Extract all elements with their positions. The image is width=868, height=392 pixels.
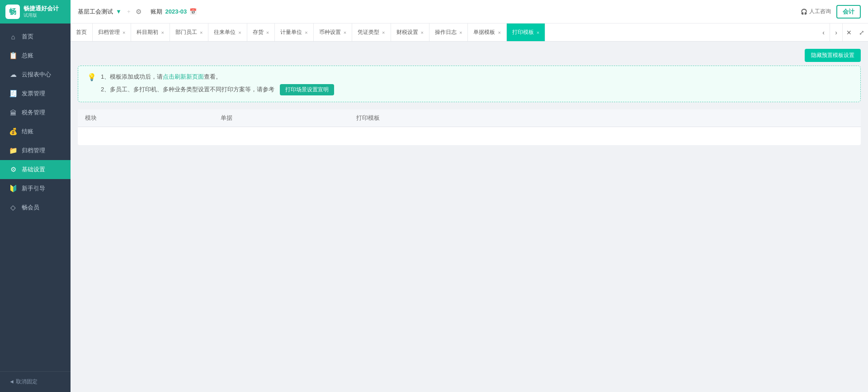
tab-label-receipt-template: 单据模板 bbox=[473, 28, 495, 36]
tab-label-tax-settings: 财税设置 bbox=[396, 28, 418, 36]
logo-title: 畅捷通好会计 bbox=[24, 5, 59, 12]
nav-label-ledger: 总账 bbox=[22, 52, 33, 60]
tab-measure[interactable]: 计量单位× bbox=[275, 24, 313, 41]
main-area: 基层工会测试 ▼ + ⚙ 账期 2023-03 📅 🎧 人工咨询 会计 首页归档… bbox=[71, 0, 868, 392]
tab-dept-employee[interactable]: 部门员工× bbox=[170, 24, 208, 41]
tab-close-archive-mgmt[interactable]: × bbox=[123, 30, 125, 35]
nav-label-archive: 归档管理 bbox=[22, 146, 45, 155]
tab-close-currency[interactable]: × bbox=[344, 30, 346, 35]
tab-label-archive-mgmt: 归档管理 bbox=[98, 28, 120, 36]
topbar-period: 账期 2023-03 📅 bbox=[151, 8, 197, 16]
notice-line2-prefix: 2、多员工、多打印机、多种业务类型设置不同打印方案等，请参考 bbox=[101, 86, 274, 93]
kuaiji-button[interactable]: 会计 bbox=[836, 5, 861, 19]
tab-close-supplier[interactable]: × bbox=[238, 30, 241, 35]
sidebar-item-member[interactable]: ◇畅会员 bbox=[0, 198, 71, 217]
notice-box: 💡 1、模板添加成功后，请点击刷新新页面查看。 2、多员工、多打印机、多种业务类… bbox=[78, 66, 861, 102]
service-button[interactable]: 🎧 人工咨询 bbox=[801, 8, 831, 15]
sidebar-item-settings[interactable]: ⚙基础设置 bbox=[0, 160, 71, 179]
nav-label-guide: 新手引导 bbox=[22, 184, 45, 193]
sidebar-item-archive[interactable]: 📁归档管理 bbox=[0, 141, 71, 160]
unpin-sidebar-button[interactable]: ◄ 取消固定 bbox=[0, 371, 71, 392]
nav-icon-settings: ⚙ bbox=[9, 165, 17, 174]
tab-next-button[interactable]: › bbox=[830, 24, 843, 41]
tab-label-currency: 币种设置 bbox=[319, 28, 341, 36]
tab-tax-settings[interactable]: 财税设置× bbox=[391, 24, 429, 41]
period-label: 账期 bbox=[151, 8, 162, 16]
nav-icon-guide: 🔰 bbox=[9, 184, 17, 193]
tab-close-print-template[interactable]: × bbox=[537, 30, 539, 35]
col-print-template: 打印模板 bbox=[349, 109, 861, 127]
tab-label-measure: 计量单位 bbox=[280, 28, 302, 36]
nav-label-tax: 税务管理 bbox=[22, 109, 45, 117]
tab-close-dept-employee[interactable]: × bbox=[200, 30, 203, 35]
tab-home[interactable]: 首页 bbox=[71, 24, 93, 41]
logo-subtitle: 试用版 bbox=[24, 12, 59, 19]
notice-row: 💡 1、模板添加成功后，请点击刷新新页面查看。 2、多员工、多打印机、多种业务类… bbox=[87, 72, 851, 95]
tab-close-subject-period[interactable]: × bbox=[161, 30, 164, 35]
tab-close-measure[interactable]: × bbox=[305, 30, 307, 35]
sidebar-item-tax[interactable]: 🏛税务管理 bbox=[0, 103, 71, 122]
tab-print-template[interactable]: 打印模板× bbox=[507, 24, 545, 41]
logo-text: 畅捷通好会计 试用版 bbox=[24, 5, 59, 19]
sidebar-nav: ⌂首页📋总账☁云报表中心🧾发票管理🏛税务管理💰结账📁归档管理⚙基础设置🔰新手引导… bbox=[0, 24, 71, 371]
company-name[interactable]: 基层工会测试 ▼ bbox=[78, 8, 122, 16]
tab-label-home: 首页 bbox=[76, 28, 87, 36]
topbar-right: 🎧 人工咨询 会计 bbox=[801, 5, 861, 19]
tab-operation-log[interactable]: 操作日志× bbox=[429, 24, 468, 41]
topbar-divider-1: + bbox=[127, 8, 131, 15]
tab-close-receipt-template[interactable]: × bbox=[498, 30, 500, 35]
nav-icon-ledger: 📋 bbox=[9, 52, 17, 60]
sidebar-item-invoice[interactable]: 🧾发票管理 bbox=[0, 84, 71, 103]
tab-label-dept-employee: 部门员工 bbox=[175, 28, 197, 36]
tab-close-operation-log[interactable]: × bbox=[459, 30, 462, 35]
nav-icon-invoice: 🧾 bbox=[9, 90, 17, 98]
tab-archive-mgmt[interactable]: 归档管理× bbox=[93, 24, 131, 41]
topbar: 基层工会测试 ▼ + ⚙ 账期 2023-03 📅 🎧 人工咨询 会计 bbox=[71, 0, 868, 24]
bulb-icon: 💡 bbox=[87, 73, 96, 81]
tab-close-voucher-type[interactable]: × bbox=[382, 30, 385, 35]
tab-expand-button[interactable]: ⤢ bbox=[855, 24, 868, 41]
period-value: 2023-03 bbox=[165, 8, 187, 15]
sidebar-item-reports[interactable]: ☁云报表中心 bbox=[0, 65, 71, 84]
notice-line1-prefix: 1、模板添加成功后，请 bbox=[101, 73, 163, 80]
notice-line1-suffix: 查看。 bbox=[204, 73, 222, 80]
logo-icon: 畅 bbox=[5, 5, 20, 19]
main-content: 隐藏预置模板设置 💡 1、模板添加成功后，请点击刷新新页面查看。 2、多员工、多… bbox=[71, 42, 868, 392]
nav-icon-home: ⌂ bbox=[9, 33, 17, 41]
nav-icon-tax: 🏛 bbox=[9, 109, 17, 117]
tab-inventory[interactable]: 存货× bbox=[247, 24, 275, 41]
tab-receipt-template[interactable]: 单据模板× bbox=[468, 24, 506, 41]
calendar-icon[interactable]: 📅 bbox=[189, 8, 197, 15]
print-scene-button[interactable]: 打印场景设置宣明 bbox=[280, 84, 334, 95]
nav-label-home: 首页 bbox=[22, 33, 33, 41]
headset-icon: 🎧 bbox=[801, 9, 807, 15]
sidebar-item-home[interactable]: ⌂首页 bbox=[0, 27, 71, 46]
tab-close-tax-settings[interactable]: × bbox=[421, 30, 424, 35]
tab-supplier[interactable]: 往来单位× bbox=[208, 24, 247, 41]
sidebar-logo: 畅 畅捷通好会计 试用版 bbox=[0, 0, 71, 24]
nav-icon-reports: ☁ bbox=[9, 71, 17, 79]
notice-lines: 1、模板添加成功后，请点击刷新新页面查看。 2、多员工、多打印机、多种业务类型设… bbox=[101, 72, 334, 95]
tab-close-inventory[interactable]: × bbox=[266, 30, 269, 35]
tab-label-inventory: 存货 bbox=[253, 28, 264, 36]
tab-subject-period[interactable]: 科目期初× bbox=[131, 24, 170, 41]
tab-voucher-type[interactable]: 凭证类型× bbox=[352, 24, 391, 41]
tab-currency[interactable]: 币种设置× bbox=[314, 24, 352, 41]
sidebar-item-settle[interactable]: 💰结账 bbox=[0, 122, 71, 141]
hide-preview-button[interactable]: 隐藏预置模板设置 bbox=[805, 49, 861, 62]
action-top-bar: 隐藏预置模板设置 bbox=[78, 49, 861, 62]
company-dropdown-icon[interactable]: ▼ bbox=[116, 8, 122, 15]
sidebar-item-guide[interactable]: 🔰新手引导 bbox=[0, 179, 71, 198]
tabbar: 首页归档管理×科目期初×部门员工×往来单位×存货×计量单位×币种设置×凭证类型×… bbox=[71, 24, 868, 42]
refresh-link[interactable]: 点击刷新新页面 bbox=[163, 73, 204, 80]
col-module: 模块 bbox=[78, 109, 213, 127]
col-receipt: 单据 bbox=[213, 109, 349, 127]
topbar-settings-icon[interactable]: ⚙ bbox=[136, 8, 142, 16]
table-header-row: 模块 单据 打印模板 bbox=[78, 109, 861, 127]
print-template-table: 模块 单据 打印模板 bbox=[78, 109, 861, 145]
tab-close-all-button[interactable]: ✕ bbox=[843, 24, 855, 41]
nav-label-invoice: 发票管理 bbox=[22, 90, 45, 98]
sidebar-item-ledger[interactable]: 📋总账 bbox=[0, 46, 71, 65]
tab-label-supplier: 往来单位 bbox=[214, 28, 236, 36]
tab-prev-button[interactable]: ‹ bbox=[817, 24, 830, 41]
